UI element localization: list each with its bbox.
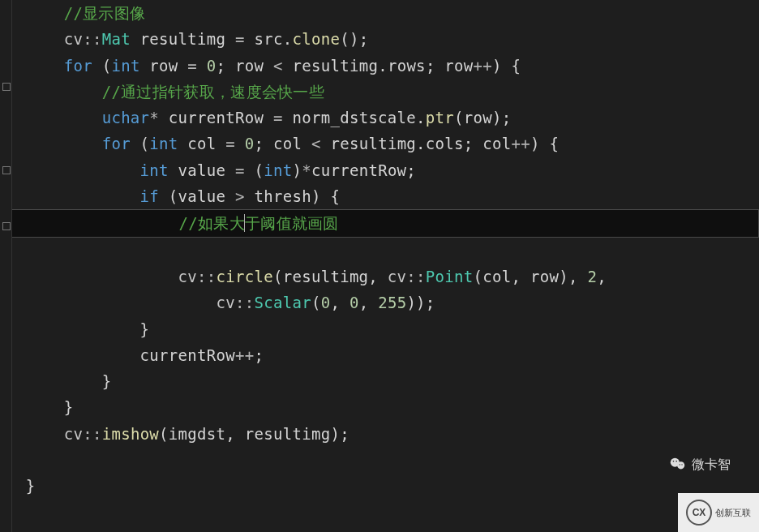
code-line: //显示图像 [16,4,145,22]
cx-label: 创新互联 [715,505,751,521]
wechat-icon [669,455,687,473]
fold-marker-icon[interactable] [2,83,11,91]
code-editor[interactable]: //显示图像 cv::Mat resultimg = src.clone(); … [0,0,759,500]
code-line: uchar* currentRow = norm_dstscale.ptr(ro… [16,109,511,127]
comment: //通过指针获取，速度会快一些 [102,83,324,101]
code-line: } [16,398,73,416]
wechat-watermark: 微卡智 [669,453,731,475]
code-line: if (value > thresh) { [16,187,340,205]
type-mat: Mat [102,30,131,48]
svg-point-4 [680,465,680,466]
highlighted-line: //如果大于阈值就画圆 [0,209,759,237]
svg-point-2 [673,461,675,462]
code-line [16,451,26,469]
comment: //显示图像 [64,4,146,22]
fold-marker-icon[interactable] [2,222,11,230]
svg-point-5 [681,465,682,466]
svg-point-1 [677,462,684,470]
editor-gutter [0,0,12,532]
code-line: for (int col = 0; col < resultimg.cols; … [16,135,559,152]
svg-point-3 [675,461,677,462]
fold-marker-icon[interactable] [2,166,11,174]
cx-watermark: CX 创新互联 [678,493,759,532]
code-line: cv::Scalar(0, 0, 255)); [16,294,435,311]
code-line: //通过指针获取，速度会快一些 [16,83,324,101]
code-line: for (int row = 0; row < resultimg.rows; … [16,57,521,75]
comment: //如果大于阈值就画圆 [179,214,339,232]
code-line: currentRow++; [16,346,264,364]
code-line: cv::circle(resultimg, cv::Point(col, row… [16,268,607,285]
code-line: } [16,320,149,338]
code-line: int value = (int)*currentRow; [16,161,416,179]
code-line: cv::Mat resultimg = src.clone(); [16,30,368,48]
code-line: cv::imshow(imgdst, resultimg); [16,425,349,443]
code-line: } [16,372,111,390]
wechat-label: 微卡智 [692,453,731,475]
code-line: } [16,477,36,495]
cx-logo-icon: CX [686,500,712,526]
text-caret [244,214,245,232]
